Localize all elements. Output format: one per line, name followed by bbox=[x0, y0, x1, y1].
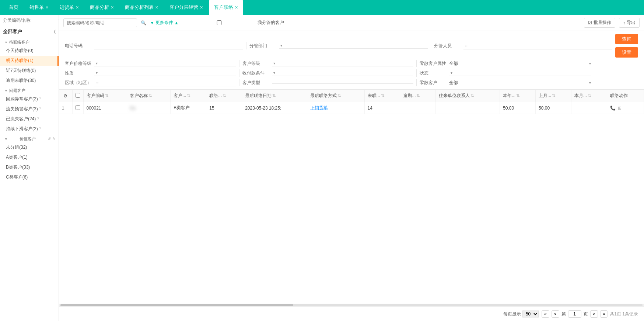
sidebar-group-problem: 问题客户 bbox=[0, 86, 59, 94]
row-this-year: 50.00 bbox=[500, 102, 536, 114]
row-last-contact-method[interactable]: 下销货单 bbox=[307, 102, 364, 114]
nav-customer-contact[interactable]: 客户联络 ✕ bbox=[209, 0, 243, 15]
retail-customer-value: 全部 bbox=[449, 80, 589, 86]
retail-attr-chevron[interactable] bbox=[589, 61, 591, 66]
sidebar-all-customers[interactable]: 全部客户 《 bbox=[0, 26, 59, 37]
payment-select[interactable] bbox=[272, 70, 414, 76]
settings-button[interactable]: 设置 bbox=[615, 47, 638, 58]
col-this-year[interactable]: 本年...⇅ bbox=[500, 90, 536, 102]
next-page-button[interactable]: > bbox=[590, 310, 598, 318]
sidebar-item-class-b[interactable]: B类客户(33) bbox=[0, 162, 59, 172]
filter-retail-customer: 零散客户 全部 bbox=[420, 80, 591, 86]
col-last-contact-date[interactable]: 最后联络日期⇅ bbox=[242, 90, 307, 102]
sort-not-contacted-icon: ⇅ bbox=[381, 93, 385, 98]
nav-sales-order[interactable]: 销售单 ✕ bbox=[24, 0, 54, 15]
region-label: 区域（地区） bbox=[65, 80, 94, 86]
query-button[interactable]: 查询 bbox=[615, 34, 638, 44]
table-row: 1 000021 Ea B类客户 15 2023-05-23 18:25: 下销… bbox=[59, 102, 644, 114]
grid-action-icon[interactable]: ⊞ bbox=[618, 106, 622, 111]
search-button[interactable]: 🔍 bbox=[141, 20, 146, 25]
horizontal-scrollbar[interactable] bbox=[59, 304, 644, 307]
more-conditions-button[interactable]: ▼ 更多条件 ▲ bbox=[150, 20, 179, 26]
col-customer-type[interactable]: 客户...⇅ bbox=[171, 90, 206, 102]
sidebar-search-input[interactable] bbox=[3, 18, 58, 23]
sidebar-item-overdue[interactable]: 逾期未联络(30) bbox=[0, 76, 59, 86]
top-navigation: 首页 销售单 ✕ 进货单 ✕ 商品分析 ✕ 商品分析列表 ✕ 客户分层经营 ✕ … bbox=[0, 0, 644, 15]
phone-input[interactable] bbox=[94, 42, 243, 49]
col-checkbox[interactable] bbox=[72, 90, 83, 102]
col-customer-name[interactable]: 客户名称⇅ bbox=[127, 90, 170, 102]
sidebar-item-repurchase-abnormal[interactable]: 回购异常客户(2) ? bbox=[0, 94, 59, 104]
row-checkbox[interactable] bbox=[76, 105, 80, 110]
price-level-select[interactable] bbox=[94, 61, 236, 66]
customer-type-select[interactable] bbox=[272, 82, 414, 84]
col-settings[interactable]: ⚙ bbox=[59, 90, 72, 102]
col-action: 联络动作 bbox=[607, 90, 644, 102]
col-last-contact-method[interactable]: 最后联络方式⇅ bbox=[307, 90, 364, 102]
price-level-label: 客户价格等级 bbox=[65, 61, 94, 67]
per-page-select[interactable]: 50 bbox=[522, 310, 539, 318]
retail-customer-chevron[interactable] bbox=[589, 80, 591, 85]
sidebar-item-unclassified[interactable]: 未分组(32) bbox=[0, 142, 59, 152]
status-select[interactable] bbox=[449, 70, 591, 76]
nav-customer-stratification[interactable]: 客户分层经营 ✕ bbox=[164, 0, 208, 15]
gender-select[interactable] bbox=[94, 70, 236, 76]
scrollbar-track bbox=[60, 304, 643, 306]
last-page-button[interactable]: » bbox=[600, 310, 608, 318]
batch-operation-button[interactable]: ☑ 批量操作 bbox=[584, 18, 615, 28]
sidebar-item-tomorrow[interactable]: 明天待联络(1) bbox=[0, 56, 59, 66]
filter-dept: 分管部门 bbox=[249, 43, 428, 49]
filter-price-level: 客户价格等级 bbox=[65, 61, 236, 67]
col-this-month[interactable]: 本月...⇅ bbox=[571, 90, 607, 102]
filter-right-actions: ☑ 批量操作 ↑ 导出 bbox=[584, 18, 640, 28]
customer-level-select[interactable] bbox=[272, 61, 414, 66]
sidebar-item-class-a[interactable]: A类客户(1) bbox=[0, 152, 59, 162]
sidebar-item-churn-warning[interactable]: 流失预警客户(3) ? bbox=[0, 104, 59, 114]
sidebar-item-churned[interactable]: 已流失客户(24) ? bbox=[0, 114, 59, 124]
col-contacts[interactable]: 联络...⇅ bbox=[206, 90, 242, 102]
scrollbar-thumb[interactable] bbox=[60, 304, 293, 306]
customer-level-label: 客户等级 bbox=[242, 61, 272, 67]
nav-close-contact[interactable]: ✕ bbox=[235, 5, 238, 10]
filter-manager: 分管人员 bbox=[434, 42, 612, 49]
edit-icon[interactable]: ✎ bbox=[52, 137, 56, 141]
my-customers-check-input[interactable] bbox=[182, 20, 256, 25]
filter-row-3: 性质 收付款条件 状态 bbox=[65, 69, 638, 77]
sort-name-icon: ⇅ bbox=[148, 93, 152, 98]
col-customer-code[interactable]: 客户编码⇅ bbox=[83, 90, 127, 102]
dept-select[interactable] bbox=[279, 43, 428, 49]
nav-home[interactable]: 首页 bbox=[4, 0, 24, 15]
nav-close-purchase[interactable]: ✕ bbox=[76, 5, 79, 10]
filter-icon: ▼ bbox=[150, 20, 154, 25]
nav-purchase-order[interactable]: 进货单 ✕ bbox=[55, 0, 84, 15]
row-code[interactable]: 000021 bbox=[83, 102, 127, 114]
search-input[interactable] bbox=[63, 18, 137, 27]
nav-close-product-list[interactable]: ✕ bbox=[155, 5, 158, 10]
export-button[interactable]: ↑ 导出 bbox=[619, 18, 640, 28]
sidebar-item-class-c[interactable]: C类客户(6) bbox=[0, 172, 59, 182]
first-page-button[interactable]: « bbox=[542, 310, 549, 318]
col-not-contacted[interactable]: 未联...⇅ bbox=[364, 90, 400, 102]
page-input[interactable] bbox=[568, 310, 581, 318]
nav-product-analysis-list[interactable]: 商品分析列表 ✕ bbox=[120, 0, 164, 15]
manager-select[interactable] bbox=[463, 42, 612, 49]
col-last-month[interactable]: 上月...⇅ bbox=[536, 90, 571, 102]
col-company-contact[interactable]: 往来单位联系人⇅ bbox=[436, 90, 500, 102]
phone-action-icon[interactable]: 📞 bbox=[610, 106, 616, 111]
select-all-checkbox[interactable] bbox=[76, 93, 80, 98]
retail-attr-value: 全部 bbox=[449, 61, 589, 67]
prev-page-button[interactable]: < bbox=[552, 310, 559, 318]
sidebar-item-declining[interactable]: 持续下滑客户(2) ? bbox=[0, 124, 59, 134]
nav-close-stratification[interactable]: ✕ bbox=[200, 5, 203, 10]
nav-close-sales[interactable]: ✕ bbox=[45, 5, 49, 10]
sidebar-item-7days[interactable]: 近7天待联络(0) bbox=[0, 66, 59, 76]
sidebar-item-today[interactable]: 今天待联络(0) bbox=[0, 46, 59, 56]
row-checkbox-cell[interactable] bbox=[72, 102, 83, 114]
row-this-month bbox=[571, 102, 607, 114]
region-select[interactable] bbox=[94, 79, 236, 86]
nav-product-analysis[interactable]: 商品分析 ✕ bbox=[85, 0, 119, 15]
my-customers-checkbox[interactable]: 我分管的客户 bbox=[182, 20, 284, 26]
col-overdue[interactable]: 逾期...⇅ bbox=[400, 90, 436, 102]
nav-close-product-analysis[interactable]: ✕ bbox=[111, 5, 114, 10]
refresh-icon[interactable]: ↺ bbox=[48, 137, 51, 141]
